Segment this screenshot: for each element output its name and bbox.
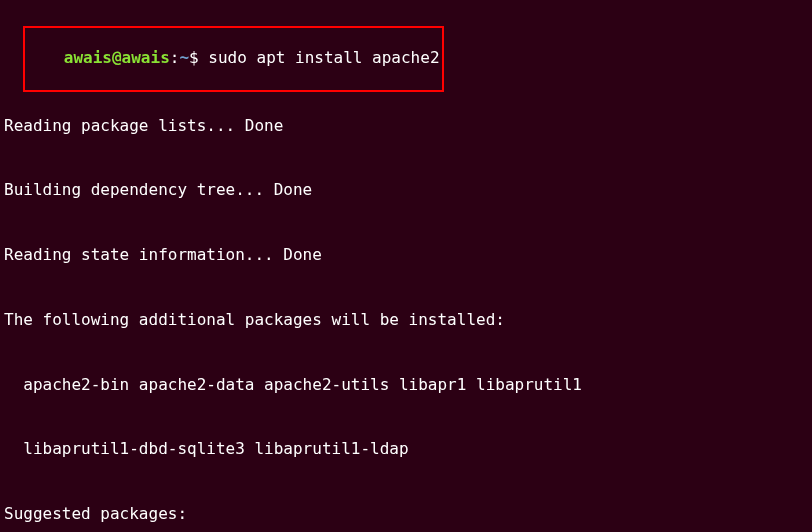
prompt-user: awais@awais <box>64 48 170 67</box>
output-line: The following additional packages will b… <box>4 309 808 331</box>
output-line: Reading state information... Done <box>4 244 808 266</box>
terminal-window[interactable]: awais@awais:~$ sudo apt install apache2 … <box>0 0 812 532</box>
command-text: sudo apt install apache2 <box>208 48 439 67</box>
prompt-dollar: $ <box>189 48 199 67</box>
prompt-path: ~ <box>179 48 189 67</box>
output-line: Suggested packages: <box>4 503 808 525</box>
output-line: Reading package lists... Done <box>4 115 808 137</box>
command-highlight-box: awais@awais:~$ sudo apt install apache2 <box>23 26 443 92</box>
output-line: Building dependency tree... Done <box>4 179 808 201</box>
output-line: libaprutil1-dbd-sqlite3 libaprutil1-ldap <box>4 438 808 460</box>
output-line: apache2-bin apache2-data apache2-utils l… <box>4 374 808 396</box>
prompt-separator: : <box>170 48 180 67</box>
